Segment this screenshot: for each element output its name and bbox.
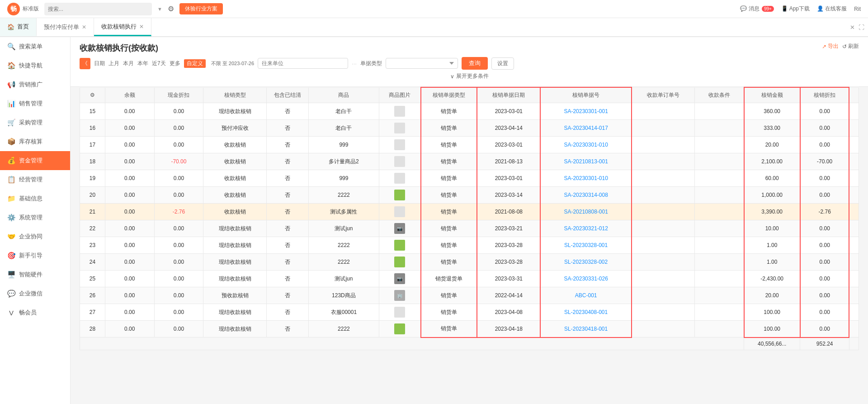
date-last-month[interactable]: 上月: [108, 60, 119, 67]
th-scroll: [849, 87, 859, 103]
industry-button[interactable]: 休验行业方案: [179, 3, 223, 14]
sidebar-label-system: 系统管理: [19, 214, 42, 222]
th-order: 收款单订单号: [632, 87, 695, 103]
cell-vdate: 2023-03-01: [477, 103, 540, 120]
sidebar-item-inventory[interactable]: 📦 库存核算: [0, 132, 70, 151]
cell-vno[interactable]: SA-20230321-012: [540, 220, 632, 237]
export-button[interactable]: ↗ 导出: [822, 43, 839, 50]
cell-scroll: [849, 271, 859, 287]
app-download-button[interactable]: 📱 App下载: [781, 5, 810, 13]
user-label: Rit: [854, 6, 861, 12]
sidebar-item-system[interactable]: ⚙️ 系统管理: [0, 208, 70, 227]
product-thumbnail: [394, 206, 405, 217]
tab-collection-close[interactable]: ✕: [139, 24, 144, 30]
cell-img: [379, 321, 421, 337]
cell-order: [632, 187, 695, 204]
cell-vno[interactable]: SA-20230301-010: [540, 137, 632, 153]
cell-vno[interactable]: SL-20230418-001: [540, 321, 632, 337]
cell-vno[interactable]: SL-20230328-002: [540, 254, 632, 271]
tab-prepay[interactable]: 预付冲应付单 ✕: [37, 18, 94, 36]
voucher-link[interactable]: SL-20230418-001: [564, 326, 608, 332]
sidebar-item-finance[interactable]: 💰 资金管理: [0, 151, 70, 170]
voucher-link[interactable]: SL-20230328-001: [564, 242, 608, 248]
voucher-link[interactable]: SL-20230328-002: [564, 259, 608, 265]
online-service-button[interactable]: 👤 在线客服: [817, 5, 847, 13]
th-balance: 余额: [105, 87, 154, 103]
date-custom[interactable]: 自定义: [184, 59, 206, 68]
cell-vno[interactable]: SL-20230328-001: [540, 237, 632, 254]
sidebar-item-marketing[interactable]: 📢 营销推广: [0, 75, 70, 94]
voucher-link[interactable]: SA-20230314-008: [564, 192, 608, 198]
voucher-link[interactable]: SA-20230414-017: [564, 125, 608, 131]
cell-cash: -2.76: [154, 204, 203, 220]
cell-vno[interactable]: SA-20230331-026: [540, 271, 632, 287]
voucher-type-select[interactable]: [386, 58, 458, 69]
messages-button[interactable]: 💬 消息 99+: [740, 5, 774, 13]
setting-button[interactable]: 设置: [491, 57, 514, 70]
voucher-link[interactable]: SA-20230301-010: [564, 175, 608, 181]
cell-vno[interactable]: ABC-001: [540, 287, 632, 304]
sidebar-item-search[interactable]: 🔍 搜索菜单: [0, 37, 70, 56]
search-input[interactable]: [44, 3, 152, 15]
th-settings[interactable]: ⚙: [80, 87, 105, 103]
settings-icon[interactable]: ⚙: [168, 5, 174, 13]
voucher-link[interactable]: SA-20230301-010: [564, 142, 608, 148]
cell-vno[interactable]: SA-20230301-010: [540, 170, 632, 187]
table-row: 23 0.00 0.00 现结收款核销 否 2222 销货单 2023-03-2…: [80, 237, 859, 254]
cell-vno[interactable]: SA-20230314-008: [540, 187, 632, 204]
date-more[interactable]: 更多: [170, 60, 180, 67]
table-container[interactable]: ⚙ 余额 现金折扣 核销类型 包含已结清 商品 商品图片 核销单据类型 核销单据…: [71, 87, 868, 404]
sidebar-item-wechat[interactable]: 💬 企业微信: [0, 284, 70, 303]
cell-order: [632, 220, 695, 237]
sidebar-item-member[interactable]: V 畅会员: [0, 303, 70, 322]
expand-more-button[interactable]: ∨ 展开更多条件: [450, 72, 489, 80]
table-row: 22 0.00 0.00 现结收款核销 否 测试jun 📷 销货单 2023-0…: [80, 220, 859, 237]
voucher-link[interactable]: SA-20210813-001: [564, 158, 608, 165]
cell-discount: 0.00: [800, 103, 849, 120]
tab-prepay-close[interactable]: ✕: [82, 24, 86, 30]
tab-home[interactable]: 🏠 首页: [0, 18, 37, 36]
voucher-link[interactable]: SA-20230301-001: [564, 108, 608, 114]
sidebar-item-collab[interactable]: 🤝 企业协同: [0, 227, 70, 246]
cell-vdate: 2022-04-14: [477, 287, 540, 304]
th-vtype: 核销单据类型: [421, 87, 477, 103]
sidebar-item-guide[interactable]: 🎯 新手引导: [0, 246, 70, 265]
cell-img: [379, 120, 421, 137]
cell-seq: 22: [80, 220, 105, 237]
logo-icon: 畅: [7, 3, 20, 15]
sidebar-item-purchase[interactable]: 🛒 采购管理: [0, 113, 70, 132]
maximize-icon[interactable]: ⛶: [859, 24, 864, 31]
chevron-down-icon[interactable]: ▼: [157, 6, 162, 12]
cell-vno[interactable]: SA-20230414-017: [540, 120, 632, 137]
date-this-month[interactable]: 本月: [123, 60, 134, 67]
sidebar-item-hardware[interactable]: 🖥️ 智能硬件: [0, 265, 70, 284]
query-button[interactable]: 查询: [462, 57, 488, 70]
cell-vno[interactable]: SA-20230301-001: [540, 103, 632, 120]
refresh-button[interactable]: ↺ 刷新: [842, 43, 859, 50]
sidebar-item-operations[interactable]: 📋 经营管理: [0, 170, 70, 189]
voucher-link[interactable]: ABC-001: [575, 292, 597, 299]
cell-vtype: 销货单: [421, 137, 477, 153]
cell-order: [632, 304, 695, 321]
voucher-link[interactable]: SA-20230321-012: [564, 225, 608, 232]
voucher-link[interactable]: SA-20230331-026: [564, 276, 608, 282]
cell-type: 现结收款核销: [203, 103, 267, 120]
sidebar-label-wechat: 企业微信: [19, 290, 42, 298]
close-window-icon[interactable]: ✕: [850, 24, 855, 31]
collapse-button[interactable]: 《: [80, 58, 90, 69]
sidebar-item-nav[interactable]: 🏠 快捷导航: [0, 56, 70, 75]
date-this-year[interactable]: 本年: [137, 60, 148, 67]
date-last-7days[interactable]: 近7天: [152, 60, 166, 67]
voucher-link[interactable]: SL-20230408-001: [564, 309, 608, 315]
cell-vno[interactable]: SL-20230408-001: [540, 304, 632, 321]
cell-vno[interactable]: SA-20210808-001: [540, 204, 632, 220]
voucher-link[interactable]: SA-20210808-001: [564, 209, 608, 215]
partner-input[interactable]: [258, 58, 348, 69]
cell-cond: [695, 204, 744, 220]
cell-vno[interactable]: SA-20210813-001: [540, 153, 632, 170]
cell-img: [379, 237, 421, 254]
cell-discount: 0.00: [800, 187, 849, 204]
sidebar-item-sales[interactable]: 📊 销售管理: [0, 94, 70, 113]
sidebar-item-basic[interactable]: 📁 基础信息: [0, 189, 70, 208]
tab-collection[interactable]: 收款核销执行 ✕: [94, 18, 151, 36]
